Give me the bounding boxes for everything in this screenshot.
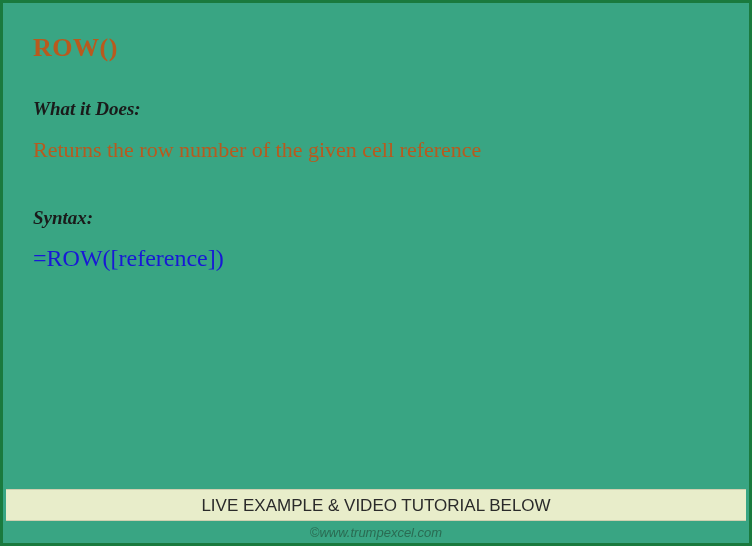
function-description: Returns the row number of the given cell… <box>33 136 719 165</box>
syntax-label: Syntax: <box>33 207 719 229</box>
footer-banner: LIVE EXAMPLE & VIDEO TUTORIAL BELOW <box>6 489 746 521</box>
function-title: ROW() <box>33 33 719 63</box>
function-syntax: =ROW([reference]) <box>33 245 719 272</box>
content-area: ROW() What it Does: Returns the row numb… <box>3 3 749 272</box>
watermark-text: ©www.trumpexcel.com <box>3 525 749 540</box>
what-it-does-label: What it Does: <box>33 98 719 120</box>
